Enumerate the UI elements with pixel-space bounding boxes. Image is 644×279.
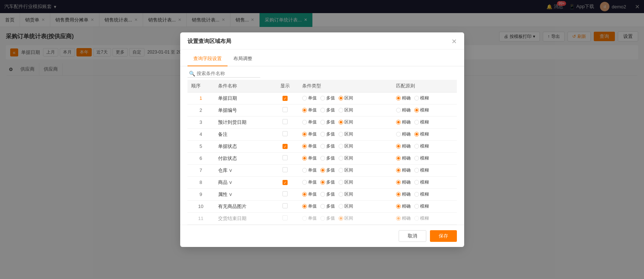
radio-match-模糊[interactable]: 模糊: [414, 203, 429, 209]
radio-match-模糊[interactable]: 模糊: [414, 191, 429, 197]
row-show-checkbox[interactable]: [272, 188, 299, 200]
radio-match-精确[interactable]: 精确: [396, 203, 411, 209]
row-condition-type: 单值多值区间: [299, 212, 392, 224]
search-input[interactable]: [197, 71, 255, 76]
table-row: 4备注单值多值区间精确模糊: [187, 128, 457, 140]
radio-match-模糊[interactable]: 模糊: [414, 167, 429, 173]
radio-type-多值[interactable]: 多值: [320, 191, 335, 197]
radio-type-区间[interactable]: 区间: [339, 155, 353, 161]
radio-match-精确[interactable]: 精确: [396, 107, 411, 113]
radio-type-多值[interactable]: 多值: [320, 119, 335, 125]
radio-type-多值[interactable]: 多值: [320, 131, 335, 137]
radio-type-单值[interactable]: 单值: [302, 179, 317, 185]
row-show-checkbox[interactable]: [272, 128, 299, 140]
row-num: 7: [187, 164, 214, 176]
row-show-checkbox[interactable]: [272, 104, 299, 116]
radio-match-模糊[interactable]: 模糊: [414, 131, 429, 137]
table-row: 6付款状态单值多值区间精确模糊: [187, 152, 457, 164]
row-match-principle: 精确模糊: [392, 152, 457, 164]
radio-match-精确[interactable]: 精确: [396, 95, 411, 101]
radio-type-区间[interactable]: 区间: [339, 179, 353, 185]
row-match-principle: 精确模糊: [392, 128, 457, 140]
radio-type-区间[interactable]: 区间: [339, 131, 353, 137]
row-show-checkbox[interactable]: [272, 140, 299, 152]
row-show-checkbox[interactable]: [272, 116, 299, 128]
radio-type-多值[interactable]: 多值: [320, 167, 335, 173]
radio-type-区间[interactable]: 区间: [339, 143, 353, 149]
radio-type-区间[interactable]: 区间: [339, 167, 353, 173]
radio-type-单值[interactable]: 单值: [302, 215, 317, 221]
dialog-footer: 取消 保存: [180, 225, 464, 247]
dialog-header: 设置查询区域布局 ✕: [180, 32, 464, 50]
radio-type-多值[interactable]: 多值: [320, 215, 335, 221]
radio-type-多值[interactable]: 多值: [320, 155, 335, 161]
tab-query-fields[interactable]: 查询字段设置: [187, 53, 228, 66]
row-match-principle: 精确模糊: [392, 164, 457, 176]
row-condition-type: 单值多值区间: [299, 200, 392, 212]
radio-type-区间[interactable]: 区间: [339, 107, 353, 113]
dialog-search-area: 🔍: [180, 66, 464, 80]
radio-type-区间[interactable]: 区间: [339, 95, 353, 101]
radio-match-模糊[interactable]: 模糊: [414, 107, 429, 113]
radio-match-模糊[interactable]: 模糊: [414, 143, 429, 149]
radio-type-单值[interactable]: 单值: [302, 155, 317, 161]
dialog-close-button[interactable]: ✕: [451, 38, 457, 46]
radio-match-精确[interactable]: 精确: [396, 167, 411, 173]
radio-type-多值[interactable]: 多值: [320, 143, 335, 149]
table-row: 9属性 ∨单值多值区间精确模糊: [187, 188, 457, 200]
radio-type-单值[interactable]: 单值: [302, 95, 317, 101]
row-show-checkbox[interactable]: [272, 200, 299, 212]
radio-type-单值[interactable]: 单值: [302, 203, 317, 209]
radio-type-多值[interactable]: 多值: [320, 95, 335, 101]
row-show-checkbox[interactable]: [272, 164, 299, 176]
row-show-checkbox[interactable]: [272, 152, 299, 164]
row-condition-name: 预计到货日期: [214, 116, 272, 128]
radio-type-单值[interactable]: 单值: [302, 131, 317, 137]
radio-type-单值[interactable]: 单值: [302, 107, 317, 113]
row-condition-type: 单值多值区间: [299, 152, 392, 164]
radio-match-模糊[interactable]: 模糊: [414, 95, 429, 101]
radio-type-多值[interactable]: 多值: [320, 179, 335, 185]
radio-match-模糊[interactable]: 模糊: [414, 179, 429, 185]
radio-type-单值[interactable]: 单值: [302, 119, 317, 125]
radio-match-精确[interactable]: 精确: [396, 155, 411, 161]
radio-type-区间[interactable]: 区间: [339, 203, 353, 209]
radio-match-模糊[interactable]: 模糊: [414, 155, 429, 161]
radio-match-模糊[interactable]: 模糊: [414, 119, 429, 125]
settings-dialog: 设置查询区域布局 ✕ 查询字段设置 布局调整 🔍 顺序 条件名称 显示: [180, 32, 464, 247]
dialog-tab-bar: 查询字段设置 布局调整: [180, 50, 464, 66]
radio-match-精确[interactable]: 精确: [396, 179, 411, 185]
search-icon: 🔍: [189, 71, 195, 76]
radio-type-单值[interactable]: 单值: [302, 167, 317, 173]
radio-match-模糊[interactable]: 模糊: [414, 215, 429, 221]
row-condition-name: 有无商品图片: [214, 200, 272, 212]
cancel-button[interactable]: 取消: [399, 230, 426, 242]
row-num: 11: [187, 212, 214, 224]
col-order: 顺序: [187, 80, 214, 93]
radio-match-精确[interactable]: 精确: [396, 215, 411, 221]
radio-type-区间[interactable]: 区间: [339, 215, 353, 221]
row-show-checkbox[interactable]: [272, 212, 299, 224]
row-match-principle: 精确模糊: [392, 92, 457, 104]
radio-type-多值[interactable]: 多值: [320, 107, 335, 113]
conditions-table: 顺序 条件名称 显示 条件类型 匹配原则 1单据日期单值多值区间精确模糊2单据编…: [187, 80, 457, 225]
row-show-checkbox[interactable]: [272, 92, 299, 104]
row-condition-name: 付款状态: [214, 152, 272, 164]
tab-layout[interactable]: 布局调整: [228, 53, 258, 66]
radio-match-精确[interactable]: 精确: [396, 119, 411, 125]
radio-match-精确[interactable]: 精确: [396, 143, 411, 149]
row-show-checkbox[interactable]: [272, 176, 299, 188]
radio-type-区间[interactable]: 区间: [339, 191, 353, 197]
row-condition-name: 单据状态: [214, 140, 272, 152]
col-name: 条件名称: [214, 80, 272, 93]
row-condition-name: 备注: [214, 128, 272, 140]
row-condition-type: 单值多值区间: [299, 128, 392, 140]
radio-type-区间[interactable]: 区间: [339, 119, 353, 125]
radio-match-精确[interactable]: 精确: [396, 191, 411, 197]
save-button[interactable]: 保存: [430, 230, 457, 242]
radio-match-精确[interactable]: 精确: [396, 131, 411, 137]
row-condition-type: 单值多值区间: [299, 188, 392, 200]
radio-type-单值[interactable]: 单值: [302, 143, 317, 149]
radio-type-单值[interactable]: 单值: [302, 191, 317, 197]
radio-type-多值[interactable]: 多值: [320, 203, 335, 209]
